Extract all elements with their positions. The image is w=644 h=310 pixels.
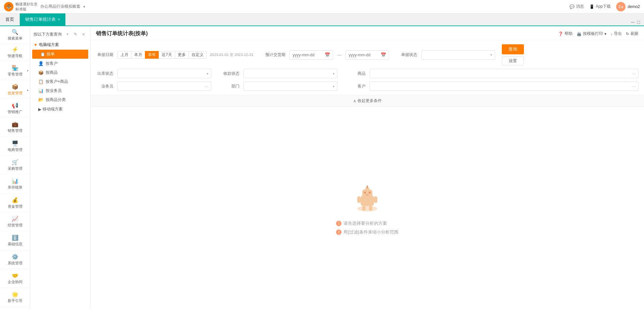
print-button[interactable]: 🖨️ 按模板打印 ▾	[577, 31, 606, 37]
svg-rect-1	[361, 195, 374, 206]
customer-dots[interactable]: ···	[632, 84, 636, 89]
filter-row-2: 出库状态 ▾ 收款状态 ▾ 商品 ···	[96, 69, 639, 78]
logo-icon: 🐯	[4, 2, 13, 11]
app-download-button[interactable]: 📱 App下载	[589, 4, 611, 9]
sidebar-item-finance[interactable]: 💰 资金管理	[0, 194, 30, 212]
sidebar-item-retail[interactable]: 🏪 零售管理 ▾	[0, 61, 30, 80]
tab-home[interactable]: 首页	[0, 13, 20, 25]
results-area: 1 请先选择要分析的方案 2 用[过滤]条件来缩小分析范围	[91, 107, 644, 310]
salesperson-select[interactable]: ···	[117, 82, 211, 91]
breadcrumb-arrow[interactable]: ▾	[83, 4, 85, 9]
triangle-icon: ▼	[34, 43, 38, 47]
expected-date-label: 预计交货期	[264, 52, 285, 58]
tab-close-icon[interactable]: ×	[58, 17, 60, 22]
expected-date-end-field[interactable]	[348, 53, 381, 57]
sidebar-item-wholesale[interactable]: 📦 批发管理 ▴	[0, 80, 30, 99]
date-shortcut-7days[interactable]: 近7天	[159, 51, 175, 59]
sidebar-item-inventory[interactable]: 📊 库存核算	[0, 174, 30, 193]
help-button[interactable]: ❓ 帮助	[558, 31, 573, 37]
system-icon: ⚙️	[12, 254, 18, 260]
svg-rect-7	[374, 196, 377, 203]
sidebar-item-app-center[interactable]: 🔲 应用中心	[0, 307, 30, 310]
date-shortcut-lastmonth[interactable]: 上月	[117, 51, 131, 59]
department-select[interactable]: ▾	[244, 82, 337, 91]
chevron-up-icon: ▴	[27, 88, 29, 91]
goods-select[interactable]: ···	[370, 69, 639, 78]
svg-rect-9	[369, 206, 372, 211]
breadcrumb-title: 办公用品行业模拟账套	[40, 4, 80, 9]
date-shortcut-thismonth[interactable]: 本月	[131, 51, 145, 59]
status-select[interactable]: ▾	[421, 50, 495, 60]
empty-tip-1: 1 请先选择要分析的方案	[336, 219, 398, 228]
right-panel: 销售订单统计表(按单) ❓ 帮助 🖨️ 按模板打印 ▾ ↓ 导出	[91, 26, 644, 310]
refresh-icon: ↻	[626, 32, 629, 36]
sidebar-item-search[interactable]: 🔍 搜索菜单	[0, 26, 30, 44]
sidebar-item-sales[interactable]: 💼 销售管理	[0, 118, 30, 137]
payment-status-select[interactable]: ▾	[244, 69, 337, 78]
mobile-scheme-group-header[interactable]: ▶ 移动端方案	[32, 105, 90, 113]
dept-select-arrow-icon: ▾	[333, 85, 334, 88]
sidebar: 🔍 搜索菜单 ⚡ 快捷导航 🏪 零售管理 ▾ 📦 批发管理 ▴ 📢 营销推广 💼…	[0, 26, 30, 310]
user-area[interactable]: Ea demo2	[616, 2, 640, 11]
setting-button[interactable]: 设置	[502, 56, 524, 65]
empty-robot-icon	[351, 180, 384, 214]
date-shortcut-custom[interactable]: 自定义	[189, 51, 207, 59]
goods-dots[interactable]: ···	[632, 71, 636, 76]
add-scheme-button[interactable]: +	[64, 31, 71, 38]
ecommerce-icon: 🖥️	[12, 140, 18, 147]
expected-date-start-field[interactable]	[292, 53, 325, 57]
svg-rect-8	[362, 206, 366, 211]
edit-scheme-button[interactable]: ✎	[72, 31, 79, 38]
scheme-item-by-order[interactable]: 📋 按单	[32, 50, 88, 59]
scheme-item-by-customer-goods[interactable]: 📋 按客户+商品	[30, 77, 90, 86]
filter-row-1: 单据日期 上月 本月 本年 近7天 更多 自定义 2023-01-01 至 20…	[96, 44, 639, 65]
calendar-end-icon[interactable]: 📅	[381, 52, 386, 57]
sidebar-item-marketing[interactable]: 📢 营销推广	[0, 99, 30, 118]
salesperson-dots[interactable]: ···	[205, 84, 208, 89]
query-button[interactable]: 查询	[502, 44, 524, 54]
message-icon: 💬	[570, 4, 575, 9]
goods-label: 商品	[348, 71, 366, 76]
calendar-start-icon[interactable]: 📅	[325, 52, 330, 57]
customer-select[interactable]: ···	[370, 82, 639, 91]
tab-active[interactable]: 销售订单统计表 ×	[20, 13, 65, 25]
help-icon: ❓	[558, 32, 563, 36]
date-label: 单据日期	[96, 52, 113, 58]
date-shortcut-thisyear[interactable]: 本年	[145, 51, 159, 59]
sidebar-item-ecommerce[interactable]: 🖥️ 电商管理	[0, 137, 30, 156]
page-header-actions: ❓ 帮助 🖨️ 按模板打印 ▾ ↓ 导出 ↻ 刷新	[558, 31, 639, 37]
sidebar-item-guide[interactable]: 🌟 新手引导	[0, 288, 30, 307]
panel-header-icons: + ✎ «	[64, 31, 87, 38]
date-shortcut-more[interactable]: 更多	[175, 51, 189, 59]
sidebar-item-shortcut[interactable]: ⚡ 快捷导航	[0, 44, 30, 61]
export-button[interactable]: ↓ 导出	[610, 31, 622, 37]
tip-num-2: 2	[336, 229, 341, 235]
sidebar-item-system[interactable]: ⚙️ 系统管理	[0, 250, 30, 269]
sidebar-item-basic-info[interactable]: ℹ️ 基础信息	[0, 231, 30, 250]
minimize-icon[interactable]: ─	[631, 19, 635, 25]
message-button[interactable]: 💬 消息	[570, 4, 584, 9]
pc-scheme-group: ▼ 电脑端方案 📋 按单 👤 按客户 📦 按商品 📋 按客户+商品	[30, 40, 90, 104]
user-avatar: Ea	[616, 2, 626, 11]
top-bar-right: 💬 消息 📱 App下载 Ea demo2	[570, 2, 640, 11]
pc-scheme-group-header[interactable]: ▼ 电脑端方案	[30, 40, 90, 49]
department-label: 部门	[222, 84, 239, 89]
scheme-item-by-salesperson[interactable]: 📊 按业务员	[30, 86, 90, 95]
maximize-icon[interactable]: □	[637, 19, 640, 25]
collapse-panel-button[interactable]: «	[80, 31, 87, 38]
refresh-button[interactable]: ↻ 刷新	[626, 31, 639, 37]
expected-date-end-input[interactable]: 📅	[345, 50, 389, 60]
sidebar-item-management[interactable]: 📈 经营管理	[0, 212, 30, 231]
tip-num-1: 1	[336, 221, 341, 226]
scheme-item-by-category[interactable]: 📂 按商品分类	[30, 95, 90, 104]
sidebar-item-enterprise[interactable]: 🤝 企业协同	[0, 269, 30, 288]
sidebar-item-purchase[interactable]: 🛒 采购管理	[0, 156, 30, 174]
scheme-item-by-goods[interactable]: 📦 按商品	[30, 68, 90, 77]
delivery-status-select[interactable]: ▾	[117, 69, 211, 78]
main-layout: 🔍 搜索菜单 ⚡ 快捷导航 🏪 零售管理 ▾ 📦 批发管理 ▴ 📢 营销推广 💼…	[0, 26, 644, 310]
export-icon: ↓	[610, 32, 612, 36]
collapse-bar[interactable]: ∧ 收起更多条件	[91, 95, 644, 107]
expected-date-start-input[interactable]: 📅	[289, 50, 333, 60]
category-scheme-icon: 📂	[38, 97, 44, 102]
scheme-item-by-customer[interactable]: 👤 按客户	[30, 59, 90, 68]
